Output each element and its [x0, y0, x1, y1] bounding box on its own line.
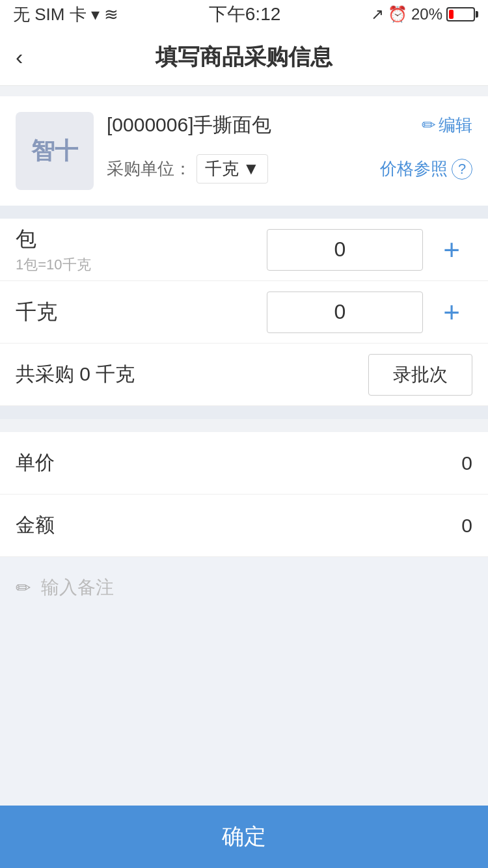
bag-input[interactable]	[267, 229, 423, 271]
total-row: 共采购 0 千克 录批次	[0, 344, 488, 406]
amount-value: 0	[461, 515, 472, 537]
kg-input-row: 千克 +	[0, 281, 488, 344]
alarm-icon: ⏰	[388, 5, 407, 23]
battery-percent: 20%	[411, 5, 442, 23]
bag-label-group: 包 1包=10千克	[16, 225, 91, 275]
product-info: [0000006]手撕面包 ✏ 编辑 采购单位： 千克 ▼ 价格参照 ?	[107, 112, 472, 183]
price-value: 0	[461, 452, 472, 474]
total-text: 共采购 0 千克	[16, 361, 135, 388]
edit-label: 编辑	[439, 114, 472, 137]
kg-field-wrap: +	[68, 292, 472, 333]
location-icon: ↗	[371, 5, 384, 23]
price-ref-button[interactable]: 价格参照 ?	[380, 157, 472, 180]
price-row: 单价 0	[0, 432, 488, 495]
back-button[interactable]: ‹	[16, 44, 23, 70]
bag-sublabel: 1包=10千克	[16, 255, 91, 275]
kg-label: 千克	[16, 298, 68, 327]
empty-area	[0, 618, 488, 813]
kg-label-group: 千克	[16, 298, 68, 327]
divider-2	[0, 406, 488, 419]
status-left: 无 SIM 卡 ▾ ≋	[13, 3, 118, 26]
battery-fill	[449, 10, 454, 19]
unit-label-text: 采购单位：	[107, 157, 191, 180]
bag-plus-button[interactable]: +	[431, 229, 472, 271]
remark-icon: ✏	[16, 577, 31, 599]
amount-label: 金额	[16, 512, 55, 539]
product-name: [0000006]手撕面包	[107, 112, 271, 139]
unit-value: 千克	[205, 157, 239, 180]
main-content: 智十 [0000006]手撕面包 ✏ 编辑 采购单位： 千克 ▼	[0, 96, 488, 868]
bag-field-wrap: +	[91, 229, 472, 271]
status-time: 下午6:12	[209, 2, 281, 27]
bag-input-row: 包 1包=10千克 +	[0, 219, 488, 281]
input-section: 包 1包=10千克 + 千克 +	[0, 219, 488, 344]
kg-input[interactable]	[267, 292, 423, 333]
unit-select[interactable]: 千克 ▼	[197, 154, 268, 183]
nav-bar: ‹ 填写商品采购信息	[0, 29, 488, 86]
status-right: ↗ ⏰ 20%	[371, 5, 475, 23]
battery-icon	[446, 7, 475, 21]
sim-status: 无 SIM 卡 ▾ ≋	[13, 3, 118, 26]
status-bar: 无 SIM 卡 ▾ ≋ 下午6:12 ↗ ⏰ 20%	[0, 0, 488, 29]
confirm-button[interactable]: 确定	[0, 806, 488, 868]
remark-section[interactable]: ✏ 输入备注	[0, 557, 488, 618]
product-image: 智十	[16, 112, 94, 190]
product-logo: 智十	[31, 135, 78, 167]
price-ref-label: 价格参照	[380, 157, 448, 180]
price-label: 单价	[16, 450, 55, 476]
unit-dropdown-arrow: ▼	[243, 159, 260, 179]
remark-placeholder: 输入备注	[41, 575, 114, 600]
price-ref-icon: ?	[452, 159, 472, 180]
info-section: 单价 0 金额 0	[0, 432, 488, 557]
record-batch-button[interactable]: 录批次	[368, 354, 472, 396]
unit-row: 采购单位： 千克 ▼ 价格参照 ?	[107, 154, 472, 183]
amount-row: 金额 0	[0, 495, 488, 557]
page-title: 填写商品采购信息	[156, 42, 332, 72]
edit-button[interactable]: ✏ 编辑	[422, 114, 472, 137]
product-name-row: [0000006]手撕面包 ✏ 编辑	[107, 112, 472, 139]
divider-1	[0, 206, 488, 219]
edit-icon: ✏	[422, 115, 436, 135]
bag-label: 包	[16, 225, 91, 254]
kg-plus-button[interactable]: +	[431, 292, 472, 333]
product-card: 智十 [0000006]手撕面包 ✏ 编辑 采购单位： 千克 ▼	[0, 96, 488, 206]
